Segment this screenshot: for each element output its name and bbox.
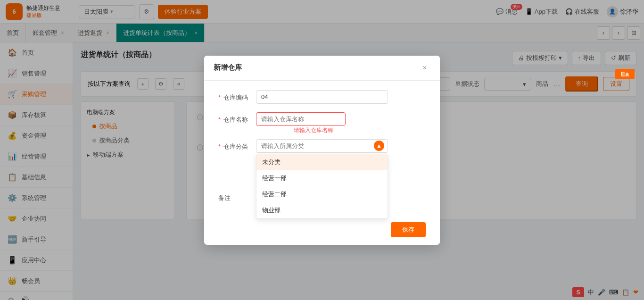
form-row-name: * 仓库名称 请输入仓库名称 (218, 112, 426, 126)
dropdown-item-dept1[interactable]: 经营一部 (256, 170, 388, 186)
dropdown-item-unclassified[interactable]: 未分类 (256, 154, 388, 170)
modal-header: 新增仓库 × (204, 56, 440, 81)
modal-title: 新增仓库 (214, 63, 242, 72)
ea-badge: Ea (615, 69, 635, 79)
form-row-category: * 仓库分类 ▲ 未分类 经营一部 经营二部 物业部 (218, 139, 426, 153)
dropdown-item-dept2[interactable]: 经营二部 (256, 186, 388, 202)
ea-section: Ea (615, 69, 635, 79)
modal-close-button[interactable]: × (419, 62, 430, 74)
dropdown-list: 未分类 经营一部 经营二部 物业部 (256, 154, 388, 219)
remark-label: 备注 (218, 191, 256, 202)
name-error-msg: 请输入仓库名称 (294, 126, 333, 134)
code-label: * 仓库编码 (218, 90, 256, 102)
code-input[interactable] (256, 90, 388, 104)
modal-dialog: 新增仓库 × * 仓库编码 * 仓库名称 请输入仓库名称 (204, 56, 440, 245)
name-label: * 仓库名称 (218, 112, 256, 124)
category-input[interactable] (256, 139, 388, 153)
dropdown-toggle-btn[interactable]: ▲ (374, 141, 384, 151)
modal-footer: 保存 (204, 217, 440, 245)
category-label: * 仓库分类 (218, 139, 256, 151)
category-dropdown[interactable]: ▲ 未分类 经营一部 经营二部 物业部 (256, 139, 388, 153)
name-input[interactable] (256, 112, 346, 126)
dropdown-item-dept3[interactable]: 物业部 (256, 202, 388, 218)
modal-overlay: 新增仓库 × * 仓库编码 * 仓库名称 请输入仓库名称 (0, 0, 644, 300)
form-row-code: * 仓库编码 (218, 90, 426, 104)
save-button[interactable]: 保存 (391, 222, 426, 237)
modal-body: * 仓库编码 * 仓库名称 请输入仓库名称 * (204, 81, 440, 217)
